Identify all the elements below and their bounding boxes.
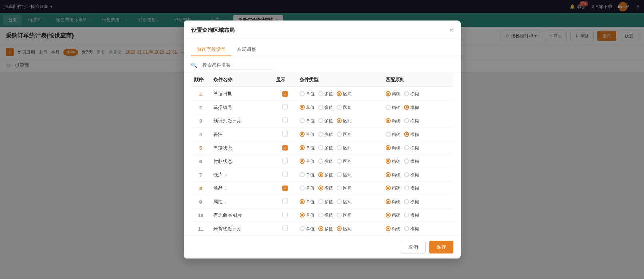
modal-dialog: 设置查询区域布局 × 查询字段设置 布局调整 🔍 顺序 条件名称 显示 条件类型… bbox=[184, 21, 461, 72]
modal-tabs: 查询字段设置 布局调整 bbox=[184, 39, 461, 56]
modal-title: 设置查询区域布局 bbox=[191, 27, 235, 34]
modal-search-bar: 🔍 bbox=[184, 56, 461, 72]
modal-close-btn[interactable]: × bbox=[449, 27, 453, 34]
modal-tab-query[interactable]: 查询字段设置 bbox=[191, 43, 231, 56]
search-icon: 🔍 bbox=[191, 62, 197, 68]
modal-header: 设置查询区域布局 × bbox=[184, 21, 461, 39]
search-input[interactable] bbox=[199, 61, 272, 70]
modal-tab-layout[interactable]: 布局调整 bbox=[231, 43, 262, 56]
